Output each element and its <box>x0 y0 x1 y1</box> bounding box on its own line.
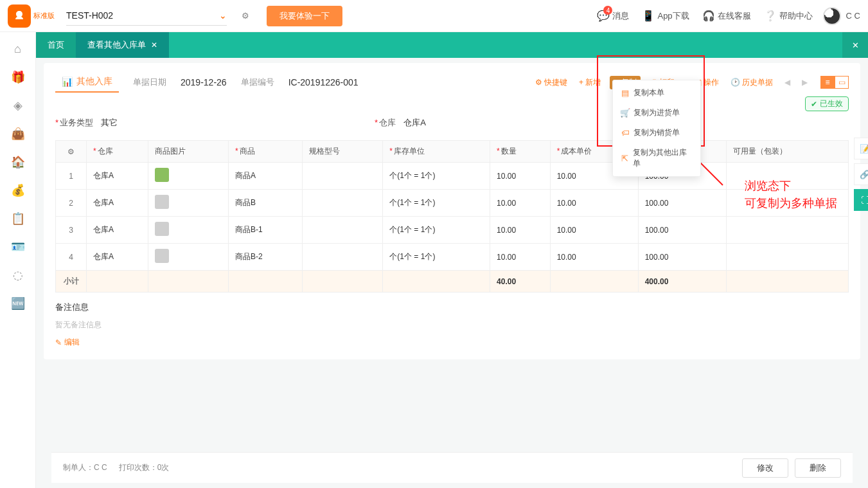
cell-qty: 10.00 <box>490 244 551 271</box>
user-avatar[interactable] <box>823 7 841 25</box>
cell-qty: 10.00 <box>490 217 551 244</box>
col-warehouse: *仓库 <box>87 141 148 163</box>
row-number: 1 <box>56 163 87 190</box>
org-name: TEST-H002 <box>66 10 113 21</box>
cell-unit: 个(1个 = 1个) <box>383 190 490 217</box>
col-avail: 可用量（包装） <box>726 141 848 163</box>
cell-warehouse: 仓库A <box>87 217 148 244</box>
edit-icon: ✎ <box>55 338 62 347</box>
status-badge: ✔已生效 <box>805 96 849 111</box>
tag-icon: 🏷 <box>621 128 630 138</box>
col-gear[interactable]: ⚙ <box>56 141 87 163</box>
cell-product: 商品B <box>229 190 303 217</box>
cell-avail <box>726 217 848 244</box>
nav-money-icon[interactable]: 💰 <box>10 183 26 198</box>
help-icon: ❔ <box>764 10 777 22</box>
messages-link[interactable]: 💬 4 消息 <box>597 10 629 22</box>
nav-new-icon[interactable]: 🆕 <box>10 296 26 311</box>
rail-expand-icon[interactable]: ⛶ <box>854 189 868 211</box>
cell-spec <box>303 244 383 271</box>
copy-menu-this[interactable]: ▤复制本单 <box>613 83 700 103</box>
view-list[interactable]: ≡ <box>820 76 835 89</box>
doc-icon: ▤ <box>621 88 630 98</box>
nav-refresh-icon[interactable]: ◌ <box>10 267 26 283</box>
cell-unit: 个(1个 = 1个) <box>383 163 490 190</box>
edit-remark-link[interactable]: ✎编辑 <box>55 337 80 348</box>
product-thumb <box>155 168 169 182</box>
nav-house-icon[interactable]: 🏠 <box>10 154 26 170</box>
warehouse-value: 仓库A <box>403 117 426 129</box>
doc-header: 📊 其他入库 单据日期 2019-12-26 单据编号 IC-20191226-… <box>55 72 849 93</box>
tab-active[interactable]: 查看其他入库单 ✕ <box>76 32 169 58</box>
out-icon: ⇱ <box>621 154 629 163</box>
table-row[interactable]: 1仓库A商品A个(1个 = 1个)10.0010.00100.00 <box>56 163 849 190</box>
edition-label: 标准版 <box>33 11 55 21</box>
copy-menu-purchase[interactable]: 🛒复制为进货单 <box>613 103 700 123</box>
rail-link-icon[interactable]: 🔗 <box>854 163 868 185</box>
prev-doc[interactable]: ◀ <box>782 78 793 87</box>
view-card[interactable]: ▭ <box>835 76 849 89</box>
left-sidebar: ⌂ 🎁 ◈ 👜 🏠 💰 📋 🪪 ◌ 🆕 <box>0 32 36 488</box>
no-value: IC-20191226-001 <box>288 77 359 87</box>
chevron-down-icon: ⌄ <box>219 10 227 21</box>
col-qty: *数量 <box>490 141 551 163</box>
row-number: 2 <box>56 190 87 217</box>
close-icon[interactable]: ✕ <box>151 41 157 50</box>
modify-button[interactable]: 修改 <box>742 458 788 478</box>
org-selector[interactable]: TEST-H002 ⌄ <box>66 6 227 26</box>
right-rail: 📝 🔗 ⛶ <box>854 138 868 211</box>
table-row[interactable]: 3仓库A商品B-1个(1个 = 1个)10.0010.00100.00 <box>56 217 849 244</box>
gear-icon: ⚙ <box>535 78 542 87</box>
table-row[interactable]: 4仓库A商品B-2个(1个 = 1个)10.0010.00100.00 <box>56 244 849 271</box>
footer-bar: 制单人：C C 打印次数：0次 修改 删除 <box>51 452 853 483</box>
copy-menu-otherout[interactable]: ⇱复制为其他出库单 <box>613 143 700 174</box>
nav-diamond-icon[interactable]: ◈ <box>10 98 26 113</box>
view-toggle: ≡ ▭ <box>820 76 849 89</box>
gear-icon: ⚙ <box>67 147 75 156</box>
phone-icon: 📱 <box>642 10 655 22</box>
app-logo <box>8 5 31 28</box>
cell-product: 商品B-2 <box>229 244 303 271</box>
cell-image <box>148 163 229 190</box>
nav-id-icon[interactable]: 🪪 <box>10 239 26 255</box>
settings-button[interactable]: ⚙ <box>236 6 255 26</box>
cart-icon: 🛒 <box>621 108 630 118</box>
col-unit: *库存单位 <box>383 141 490 163</box>
field-biztype: *业务类型 其它 <box>55 117 118 129</box>
copy-dropdown: ▤复制本单 🛒复制为进货单 🏷复制为销货单 ⇱复制为其他出库单 <box>612 80 701 177</box>
try-button[interactable]: 我要体验一下 <box>267 6 342 26</box>
next-doc[interactable]: ▶ <box>799 78 810 87</box>
nav-gift-icon[interactable]: 🎁 <box>10 69 26 85</box>
tab-home[interactable]: 首页 <box>36 32 76 58</box>
nav-bag-icon[interactable]: 👜 <box>10 126 26 141</box>
copy-menu-sales[interactable]: 🏷复制为销货单 <box>613 123 700 143</box>
subtotal-qty: 40.00 <box>490 271 551 293</box>
add-button[interactable]: +新增 <box>576 76 603 89</box>
close-all-tabs[interactable]: ✕ <box>842 32 868 58</box>
maker-info: 制单人：C C <box>63 462 107 473</box>
nav-clipboard-icon[interactable]: 📋 <box>10 211 26 226</box>
cell-amount: 100.00 <box>638 217 726 244</box>
delete-button[interactable]: 删除 <box>795 458 841 478</box>
product-thumb <box>155 195 169 209</box>
rail-note-icon[interactable]: 📝 <box>854 138 868 159</box>
nav-home-icon[interactable]: ⌂ <box>10 41 26 57</box>
remark-empty: 暂无备注信息 <box>55 320 849 330</box>
doc-type-tab[interactable]: 📊 其他入库 <box>55 72 119 93</box>
col-spec: 规格型号 <box>303 141 383 163</box>
cell-avail <box>726 244 848 271</box>
cell-unit: 个(1个 = 1个) <box>383 244 490 271</box>
headset-icon: 🎧 <box>702 10 715 22</box>
messages-badge: 4 <box>603 6 612 15</box>
history-button[interactable]: 🕑历史单据 <box>728 76 775 89</box>
shortcut-button[interactable]: ⚙快捷键 <box>533 76 570 89</box>
field-warehouse: *仓库 仓库A <box>375 117 426 129</box>
cell-price: 10.00 <box>550 190 638 217</box>
col-image: 商品图片 <box>148 141 229 163</box>
table-row[interactable]: 2仓库A商品B个(1个 = 1个)10.0010.00100.00 <box>56 190 849 217</box>
help-center-link[interactable]: ❔ 帮助中心 <box>764 10 813 22</box>
online-service-link[interactable]: 🎧 在线客服 <box>702 10 751 22</box>
product-thumb <box>155 249 169 263</box>
app-download-link[interactable]: 📱 App下载 <box>642 10 689 22</box>
cell-image <box>148 244 229 271</box>
